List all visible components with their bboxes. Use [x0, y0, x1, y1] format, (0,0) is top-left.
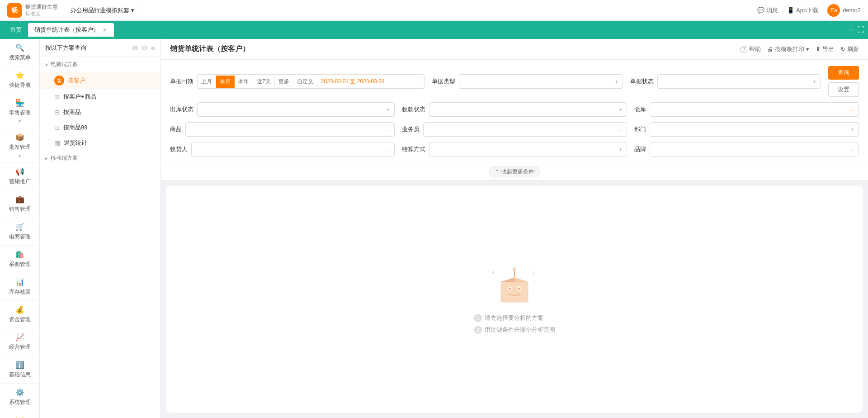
sidebar-item-inventory[interactable]: 📊 库存核算 [0, 273, 39, 301]
tree-collapse-icon[interactable]: « [151, 44, 155, 52]
date-filter[interactable]: 上月 本月 本年 近7天 更多 自定义 2023-03-01 至 2023-03… [197, 74, 425, 89]
filter-area: 单据日期 上月 本月 本年 近7天 更多 自定义 2023-03-01 至 20… [161, 60, 868, 163]
sidebar-item-label: 系统管理 [9, 399, 31, 406]
section-title: 移动端方案 [51, 154, 78, 162]
sidebar-item-system[interactable]: ⚙️ 系统管理 [0, 384, 39, 411]
mobile-section-label[interactable]: ▸ 移动端方案 [40, 151, 160, 166]
chevron-down-icon [813, 79, 816, 85]
order-type-select[interactable] [459, 74, 623, 89]
sidebar-item-purchase[interactable]: 🛍️ 采购管理 [0, 246, 39, 273]
filter-item-out-status: 出库状态 [170, 102, 395, 117]
receipt-status-select[interactable] [429, 102, 627, 117]
sidebar-item-wholesale[interactable]: 📦 批发管理 ▴ [0, 128, 39, 163]
search-icon: 🔍 [15, 43, 24, 52]
export-button[interactable]: ⬇ 导出 [816, 45, 834, 53]
sidebar-item-label: 基础信息 [9, 371, 31, 379]
department-label: 部门 [634, 125, 646, 133]
date-btn-this-month[interactable]: 本月 [216, 76, 235, 88]
date-btn-this-year[interactable]: 本年 [235, 76, 253, 88]
node-label: 按客户+商品 [63, 93, 96, 101]
tree-panel: 按以下方案查询 ⊕ ⊙ « ▾ 电脑端方案 客 按客户 ⊞ 按客户+商品 [40, 39, 161, 418]
dots-icon: ··· [385, 126, 390, 133]
settings-button[interactable]: 设置 [828, 82, 859, 97]
sidebar-item-search-menu[interactable]: 🔍 搜索菜单 [0, 39, 39, 66]
sidebar-item-label: 销售管理 [9, 205, 31, 213]
svg-marker-2 [514, 277, 528, 282]
tree-node-by-customer[interactable]: 客 按客户 [40, 72, 160, 89]
ecommerce-icon: 🛒 [15, 223, 24, 231]
tab-home[interactable]: 首页 [4, 23, 28, 37]
user-menu[interactable]: Ea demo2 [827, 4, 861, 17]
title-bar-actions: ? 帮助 🖨 按模板打印 ▾ ⬇ 导出 ↻ 刷新 [740, 45, 859, 53]
tab-minimize-icon[interactable]: ─ [849, 26, 854, 34]
order-type-label: 单据类型 [432, 77, 455, 86]
sidebar-item-retail[interactable]: 🏪 零售管理 ▾ [0, 94, 39, 128]
sidebar-item-finance[interactable]: 💰 资金管理 [0, 301, 39, 328]
filter-item-receiver: 收货人 ··· [170, 142, 395, 157]
sidebar-item-sales[interactable]: 💼 销售管理 [0, 190, 39, 218]
help-button[interactable]: ? 帮助 [740, 45, 761, 53]
app-logo-text: 畅捷通好生意 标准版 [25, 4, 58, 17]
tree-node-by-goods[interactable]: ⊟ 按商品 [40, 104, 160, 120]
header-right: 💬 消息 📱 App下载 Ea demo2 [757, 4, 861, 17]
order-status-select[interactable] [657, 74, 821, 89]
sidebar-item-label: 资金管理 [9, 316, 31, 323]
print-icon: 🖨 [767, 46, 773, 52]
empty-hint-1: 1 请先选择要分析的方案 [474, 314, 555, 322]
settlement-select[interactable] [429, 142, 627, 157]
salesperson-select[interactable]: ··· [423, 122, 627, 137]
department-select[interactable] [650, 122, 859, 137]
tree-node-by-customer-goods[interactable]: ⊞ 按客户+商品 [40, 89, 160, 104]
collapse-button[interactable]: ⌃ 收起更多条件 [489, 166, 540, 177]
sidebar-item-ecommerce[interactable]: 🛒 电商管理 [0, 218, 39, 246]
industry-selector[interactable]: 办公用品行业模拟账套 ▾ [67, 6, 138, 14]
filter-row-4: 收货人 ··· 结算方式 品牌 [170, 142, 859, 157]
date-label: 单据日期 [170, 77, 193, 86]
grid-icon: ⊞ [54, 93, 60, 100]
chevron-down-icon: ▾ [806, 46, 809, 52]
pc-section-label[interactable]: ▾ 电脑端方案 [40, 57, 160, 72]
node-label: 按商品99 [63, 124, 87, 132]
sidebar-item-operations[interactable]: 📈 经营管理 [0, 328, 39, 356]
customer-circle-icon: 客 [54, 76, 64, 86]
order-status-label: 单据状态 [630, 77, 654, 86]
sidebar-item-label: 采购管理 [9, 261, 31, 268]
query-button[interactable]: 查询 [828, 66, 859, 80]
tab-sales-stat[interactable]: 销货单统计表（按客户） ✕ [28, 23, 114, 37]
svg-point-9 [513, 267, 516, 271]
filter-item-brand: 品牌 ··· [634, 142, 859, 157]
sidebar: 🔍 搜索菜单 ⭐ 快捷导航 🏪 零售管理 ▾ 📦 批发管理 ▴ 📢 营销推广 💼… [0, 39, 40, 418]
date-btn-custom[interactable]: 自定义 [293, 76, 317, 88]
dots-icon: ··· [849, 146, 854, 153]
refresh-icon: ↻ [840, 46, 845, 52]
refresh-button[interactable]: ↻ 刷新 [840, 45, 859, 53]
warehouse-select[interactable]: ··· [650, 102, 859, 117]
sidebar-item-label: 快捷导航 [9, 81, 31, 89]
sidebar-item-basic-info[interactable]: ℹ️ 基础信息 [0, 356, 39, 384]
collapse-icon: ⌃ [495, 169, 500, 175]
date-btn-last-month[interactable]: 上月 [198, 76, 216, 88]
tree-settings-icon[interactable]: ⊙ [142, 43, 147, 52]
dots-icon: ··· [385, 146, 390, 153]
out-status-select[interactable] [197, 102, 395, 117]
date-btn-7days[interactable]: 近7天 [253, 76, 275, 88]
date-btn-more[interactable]: 更多 [275, 76, 293, 88]
brand-select[interactable]: ··· [650, 142, 859, 157]
sidebar-item-quick-nav[interactable]: ⭐ 快捷导航 [0, 66, 39, 94]
tree-add-icon[interactable]: ⊕ [132, 43, 138, 52]
receiver-select[interactable]: ··· [191, 142, 395, 157]
receiver-label: 收货人 [170, 145, 188, 153]
tree-node-by-goods-99[interactable]: ⊡ 按商品99 [40, 120, 160, 135]
tree-node-return-stats[interactable]: ▦ 退货统计 [40, 135, 160, 151]
sidebar-item-enterprise[interactable]: 🤝 企业协同 [0, 411, 39, 418]
tree-header-actions: ⊕ ⊙ « [132, 43, 155, 52]
goods-select[interactable]: ··· [185, 122, 395, 137]
main-content: 销货单统计表（按客户） ? 帮助 🖨 按模板打印 ▾ ⬇ 导出 [161, 39, 868, 418]
tab-expand-icon[interactable]: ⛶ [857, 26, 864, 34]
message-button[interactable]: 💬 消息 [757, 6, 778, 14]
app-download-button[interactable]: 📱 App下载 [787, 6, 818, 14]
sidebar-item-marketing[interactable]: 📢 营销推广 [0, 163, 39, 190]
template-print-button[interactable]: 🖨 按模板打印 ▾ [767, 45, 809, 53]
tab-close-icon[interactable]: ✕ [102, 27, 108, 33]
node-label: 按商品 [63, 108, 81, 116]
